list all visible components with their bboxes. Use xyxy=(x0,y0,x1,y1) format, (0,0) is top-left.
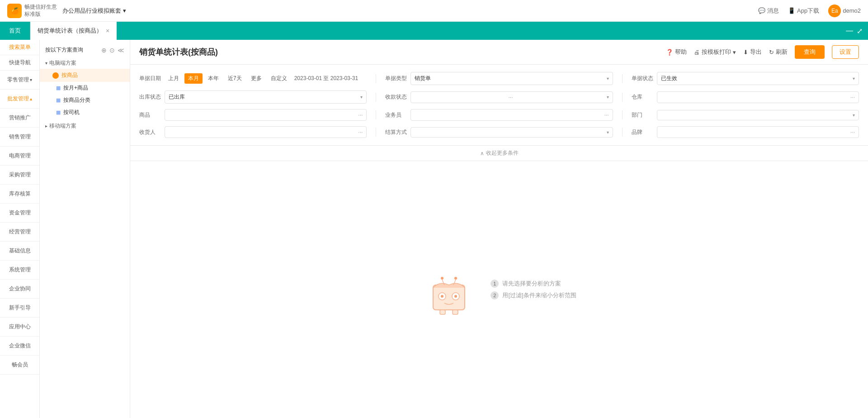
salesman-control[interactable]: ··· xyxy=(410,109,613,121)
brand-label: 品牌 xyxy=(632,128,653,136)
export-btn[interactable]: ⬇ 导出 xyxy=(743,48,762,56)
filter-type-item: 单据类型 销货单 ▾ xyxy=(385,72,613,85)
search-menu-label: 搜索菜单 xyxy=(9,44,31,50)
sidebar-item-system[interactable]: 系统管理 xyxy=(0,261,39,280)
tab-home[interactable]: 首页 xyxy=(0,22,30,40)
empty-icon xyxy=(422,262,476,317)
scheme-sub-item-category[interactable]: ▦ 按商品分类 xyxy=(40,94,130,106)
message-label: 消息 xyxy=(767,7,779,15)
chevron-down-icon: ▾ xyxy=(123,7,126,14)
scheme-refresh-btn[interactable]: ⊙ xyxy=(109,47,115,54)
status-control[interactable]: 已生效 ▾ xyxy=(657,72,859,85)
sidebar-item-member[interactable]: 畅会员 xyxy=(0,356,39,375)
sidebar-item-marketing[interactable]: 营销推广 xyxy=(0,109,39,128)
collapse-text: 收起更多条件 xyxy=(486,149,519,157)
svg-point-8 xyxy=(454,277,457,280)
svg-point-3 xyxy=(441,295,443,298)
shortcut-more[interactable]: 更多 xyxy=(247,73,265,84)
sidebar-item-retail[interactable]: 零售管理 ▾ xyxy=(0,71,39,90)
shortcut-7days[interactable]: 近7天 xyxy=(224,73,245,84)
scheme-collapse-btn[interactable]: ≪ xyxy=(118,47,124,54)
warehouse-control[interactable]: ··· xyxy=(657,91,859,103)
scheme-section-mobile-header[interactable]: ▸ 移动端方案 xyxy=(40,120,130,132)
company-selector[interactable]: 办公用品行业模拟账套 ▾ xyxy=(62,7,126,15)
appcenter-label: 应用中心 xyxy=(9,323,31,331)
sidebar-item-collab[interactable]: 企业协同 xyxy=(0,280,39,299)
tab-close-btn[interactable]: × xyxy=(106,27,109,34)
receiver-dots: ··· xyxy=(358,129,363,135)
phone-icon: 📱 xyxy=(788,7,795,14)
page-header: 销货单统计表(按商品) ❓ 帮助 🖨 按模板打印 ▾ ⬇ xyxy=(130,40,868,65)
sidebar-item-inventory[interactable]: 库存核算 xyxy=(0,185,39,204)
filter-divider-3 xyxy=(376,93,376,102)
collapse-up-icon: ∧ xyxy=(480,150,484,157)
sidebar-quick-nav[interactable]: 快捷导航 xyxy=(0,55,39,71)
filter-divider-6 xyxy=(622,110,623,119)
sidebar-search-menu[interactable]: 搜索菜单 xyxy=(0,40,39,55)
main-layout: 搜索菜单 快捷导航 零售管理 ▾ 批发管理 ▴ 营销推广 销售管理 电商管理 采 xyxy=(0,40,868,418)
paystatus-dots: ··· xyxy=(508,94,513,100)
maximize-btn[interactable]: ⤢ xyxy=(857,27,863,35)
svg-point-6 xyxy=(441,277,443,280)
scheme-sub-item-month-product[interactable]: ▦ 按月+商品 xyxy=(40,82,130,94)
empty-state: 1 请先选择要分析的方案 2 用[过滤]条件来缩小分析范围 xyxy=(130,161,868,418)
collapse-bar[interactable]: ∧ 收起更多条件 xyxy=(130,146,868,161)
sidebar-item-finance[interactable]: 资金管理 xyxy=(0,204,39,223)
scheme-sub-item-driver[interactable]: ▦ 按司机 xyxy=(40,106,130,119)
help-btn[interactable]: ❓ 帮助 xyxy=(666,48,687,56)
goods-control[interactable]: ··· xyxy=(165,109,367,121)
sidebar-item-newuser[interactable]: 新手引导 xyxy=(0,299,39,318)
query-btn[interactable]: 查询 xyxy=(795,45,825,59)
scheme-item-by-product[interactable]: 按商品 xyxy=(40,69,130,82)
shortcut-last-month[interactable]: 上月 xyxy=(165,73,183,84)
wholesale-label: 批发管理 xyxy=(7,95,29,103)
sidebar-item-wholesale[interactable]: 批发管理 ▴ xyxy=(0,90,39,109)
shortcut-custom[interactable]: 自定义 xyxy=(267,73,291,84)
sidebar-item-sales[interactable]: 销售管理 xyxy=(0,128,39,147)
tab-active[interactable]: 销货单统计表（按商品） × xyxy=(30,22,117,40)
scheme-panel: 按以下方案查询 ⊕ ⊙ ≪ ▾ 电脑端方案 按商品 xyxy=(40,40,130,418)
status-arrow: ▾ xyxy=(853,76,855,81)
dept-control[interactable]: ▾ xyxy=(657,110,859,120)
sidebar-item-appcenter[interactable]: 应用中心 xyxy=(0,318,39,337)
filter-salesman-item: 业务员 ··· xyxy=(385,109,613,121)
logo-text: 畅捷信好生意 标准版 xyxy=(24,4,57,18)
tabbar: 首页 销货单统计表（按商品） × — ⤢ xyxy=(0,22,868,40)
svg-rect-10 xyxy=(453,310,458,314)
refresh-btn[interactable]: ↻ 刷新 xyxy=(769,48,788,56)
user-area[interactable]: Ea demo2 xyxy=(828,5,861,17)
sidebar-item-ecommerce[interactable]: 电商管理 xyxy=(0,147,39,166)
filter-divider-2 xyxy=(622,74,623,83)
print-btn[interactable]: 🖨 按模板打印 ▾ xyxy=(694,48,736,56)
shortcut-this-year[interactable]: 本年 xyxy=(204,73,222,84)
scheme-add-btn[interactable]: ⊕ xyxy=(101,47,107,54)
sidebar-item-basic[interactable]: 基础信息 xyxy=(0,242,39,261)
type-control[interactable]: 销货单 ▾ xyxy=(410,72,613,85)
wechat-label: 企业微信 xyxy=(9,342,31,350)
settlement-label: 结算方式 xyxy=(385,128,407,136)
filter-divider-7 xyxy=(376,128,376,137)
svg-point-4 xyxy=(454,295,457,298)
app-download-btn[interactable]: 📱 App下载 xyxy=(788,7,819,15)
scheme-section-pc-header[interactable]: ▾ 电脑端方案 xyxy=(40,57,130,69)
filter-divider-5 xyxy=(376,110,376,119)
outstatus-label: 出库状态 xyxy=(139,93,161,101)
sidebar-item-purchase[interactable]: 采购管理 xyxy=(0,166,39,185)
paystatus-control[interactable]: ··· ▾ xyxy=(410,91,613,103)
empty-content-wrap: 1 请先选择要分析的方案 2 用[过滤]条件来缩小分析范围 xyxy=(422,262,576,317)
message-btn[interactable]: 💬 消息 xyxy=(758,7,779,15)
sidebar-item-wechat[interactable]: 企业微信 xyxy=(0,337,39,356)
filter-section: 单据日期 上月 本月 本年 近7天 更多 自定义 2023-03-01 至 20… xyxy=(130,65,868,146)
sidebar-item-operations[interactable]: 经营管理 xyxy=(0,223,39,242)
receiver-control[interactable]: ··· xyxy=(165,126,367,138)
minimize-btn[interactable]: — xyxy=(846,27,853,35)
outstatus-control[interactable]: 已出库 ▾ xyxy=(165,90,367,104)
shortcut-this-month[interactable]: 本月 xyxy=(184,73,203,84)
settings-btn[interactable]: 设置 xyxy=(832,45,859,59)
settlement-control[interactable]: ▾ xyxy=(410,127,613,138)
brand-control[interactable]: ··· xyxy=(657,126,859,138)
help-icon: ❓ xyxy=(666,49,673,56)
filter-row-3: 商品 ··· 业务员 ··· xyxy=(139,109,859,121)
status-label: 单据状态 xyxy=(632,75,653,82)
print-arrow-icon: ▾ xyxy=(733,49,736,56)
